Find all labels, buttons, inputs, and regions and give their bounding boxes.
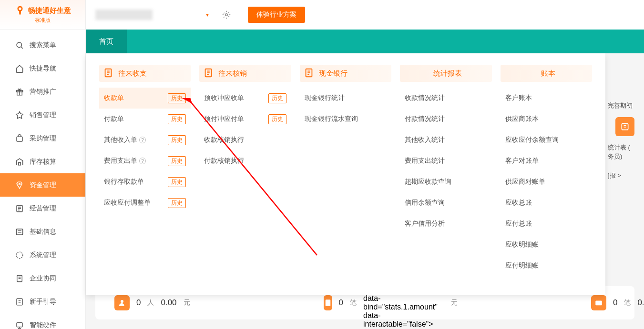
menu-entry[interactable]: 收款单历史 xyxy=(99,88,191,109)
org-name-blurred xyxy=(95,10,153,20)
menu-entry[interactable]: 收款情况统计 xyxy=(400,88,491,109)
menu-entry[interactable]: 付款情况统计 xyxy=(400,109,491,130)
menu-entry[interactable]: 应收总账 xyxy=(501,192,592,213)
menu-entry[interactable]: 信用余额查询 xyxy=(400,192,491,213)
history-badge[interactable]: 历史 xyxy=(168,198,186,208)
right-text[interactable]: ]报 > xyxy=(606,166,644,185)
column-title: 现金银行 xyxy=(319,69,348,78)
menu-entry[interactable]: 超期应收款查询 xyxy=(400,171,491,192)
menu-entry[interactable]: 费用支出统计 xyxy=(400,150,491,171)
document-icon xyxy=(103,68,113,80)
experience-plan-button[interactable]: 体验行业方案 xyxy=(248,7,305,23)
right-text: 完善期初 xyxy=(606,96,644,115)
menu-entry[interactable]: 现金银行流水查询 xyxy=(300,109,391,130)
menu-entry[interactable]: 预付冲应付单历史 xyxy=(199,109,291,130)
menu-entry[interactable]: 供应商对账单 xyxy=(501,171,592,192)
menu-entry[interactable]: 付款单历史 xyxy=(99,109,191,130)
nav-label: 快捷导航 xyxy=(30,64,56,73)
tab-home[interactable]: 首页 xyxy=(86,30,127,53)
cart-icon xyxy=(15,134,24,143)
nav-label: 智能硬件 xyxy=(30,321,56,329)
stat-amount: 0.00 xyxy=(161,298,176,308)
gear-icon[interactable] xyxy=(222,10,231,19)
menu-entry[interactable]: 客户账本 xyxy=(501,88,592,109)
nav-quicknav[interactable]: 快捷导航 xyxy=(0,57,85,80)
nav-system[interactable]: 系统管理 xyxy=(0,243,85,267)
menu-entry[interactable]: 供应商账本 xyxy=(501,109,592,130)
menu-entry-label: 费用支出单? xyxy=(104,157,146,165)
menu-entry-label: 银行存取款单 xyxy=(104,178,144,186)
guide-icon xyxy=(15,298,24,306)
menu-entry[interactable]: 应收明细账 xyxy=(501,234,592,255)
svg-point-27 xyxy=(121,300,123,303)
menu-column-header: 往来核销 xyxy=(199,65,291,82)
menu-column: 账本客户账本供应商账本应收应付余额查询客户对账单供应商对账单应收总账应付总账应收… xyxy=(501,65,592,276)
nav-label: 资金管理 xyxy=(30,181,56,189)
nav-label: 企业协同 xyxy=(30,274,56,283)
document-icon xyxy=(203,68,214,80)
nav-purchase[interactable]: 采购管理 xyxy=(0,127,85,150)
menu-entry-label: 信用余额查询 xyxy=(405,199,445,207)
menu-entry[interactable]: 应付总账 xyxy=(501,213,592,234)
menu-entry[interactable]: 客户对账单 xyxy=(501,150,592,171)
nav-guide[interactable]: 新手引导 xyxy=(0,290,85,313)
history-badge[interactable]: 历史 xyxy=(168,156,186,166)
brand-logo-area: 畅捷通好生意 标准版 xyxy=(0,0,85,30)
stat-count: 0 xyxy=(136,298,141,308)
chevron-down-icon[interactable]: ▾ xyxy=(206,11,209,18)
nav-search[interactable]: 搜索菜单 xyxy=(0,33,85,57)
nav-sales[interactable]: 销售管理 xyxy=(0,103,85,127)
history-badge[interactable]: 历史 xyxy=(268,93,286,103)
finance-mega-menu: 往来收支收款单历史付款单历史其他收入单?历史费用支出单?历史银行存取款单历史应收… xyxy=(86,53,605,295)
menu-entry[interactable]: 银行存取款单历史 xyxy=(99,171,191,192)
info-icon xyxy=(15,228,24,236)
menu-entry[interactable]: 应收应付调整单历史 xyxy=(99,192,191,213)
nav-label: 销售管理 xyxy=(30,111,56,120)
menu-entry-label: 客户对账单 xyxy=(505,157,539,165)
menu-entry-label: 应收应付余额查询 xyxy=(505,136,559,144)
nav-marketing[interactable]: 营销推广 xyxy=(0,80,85,103)
menu-column: 往来收支收款单历史付款单历史其他收入单?历史费用支出单?历史银行存取款单历史应收… xyxy=(99,65,191,276)
menu-entry[interactable]: 应收应付余额查询 xyxy=(501,130,592,150)
menu-entry[interactable]: 应付明细账 xyxy=(501,255,592,276)
svg-rect-6 xyxy=(19,162,21,165)
menu-entry-label: 供应商对账单 xyxy=(505,178,545,186)
nav-hardware[interactable]: 智能硬件 xyxy=(0,313,85,329)
menu-entry[interactable]: 收款核销执行 xyxy=(199,130,291,150)
history-badge[interactable]: 历史 xyxy=(168,177,186,187)
stat-item: 0人 0.00元 xyxy=(114,295,190,310)
warehouse-icon xyxy=(15,158,24,166)
history-badge[interactable]: 历史 xyxy=(168,135,186,145)
right-text: 统计表 (务员) xyxy=(606,138,644,166)
stat-count: 0 xyxy=(339,298,343,308)
menu-entry-label: 超期应收款查询 xyxy=(405,178,451,186)
stat-icon-wallet xyxy=(591,295,606,310)
menu-entry-label: 客户账本 xyxy=(505,94,532,102)
menu-entry[interactable]: 其他收入统计 xyxy=(400,130,491,150)
menu-entry[interactable]: 现金银行统计 xyxy=(300,88,391,109)
nav-basicinfo[interactable]: 基础信息 xyxy=(0,220,85,243)
menu-entry[interactable]: 付款核销执行 xyxy=(199,150,291,171)
menu-entry-label: 客户信用分析 xyxy=(405,219,445,228)
collab-icon xyxy=(15,274,24,283)
history-badge[interactable]: 历史 xyxy=(168,93,186,103)
menu-entry-label: 现金银行流水查询 xyxy=(305,115,358,123)
brand-title: 畅捷通好生意 xyxy=(28,6,71,15)
menu-entry[interactable]: 客户信用分析 xyxy=(400,213,491,234)
nav-inventory[interactable]: 库存核算 xyxy=(0,150,85,173)
menu-entry[interactable]: 费用支出单?历史 xyxy=(99,150,191,171)
history-badge[interactable]: 历史 xyxy=(168,114,186,124)
nav-operation[interactable]: 经营管理 xyxy=(0,197,85,220)
menu-entry[interactable]: 其他收入单?历史 xyxy=(99,130,191,150)
history-badge[interactable]: 历史 xyxy=(268,114,286,124)
float-badge-icon[interactable] xyxy=(615,117,634,136)
help-icon[interactable]: ? xyxy=(139,137,146,143)
menu-entry-label: 收款情况统计 xyxy=(405,94,445,102)
help-icon[interactable]: ? xyxy=(139,158,146,164)
svg-point-30 xyxy=(600,302,601,303)
nav-collab[interactable]: 企业协同 xyxy=(0,267,85,290)
menu-column: 现金银行现金银行统计现金银行流水查询 xyxy=(300,65,391,276)
nav-finance[interactable]: 资金管理 xyxy=(0,173,85,197)
menu-entry[interactable]: 预收冲应收单历史 xyxy=(199,88,291,109)
nav-label: 基础信息 xyxy=(30,228,56,236)
